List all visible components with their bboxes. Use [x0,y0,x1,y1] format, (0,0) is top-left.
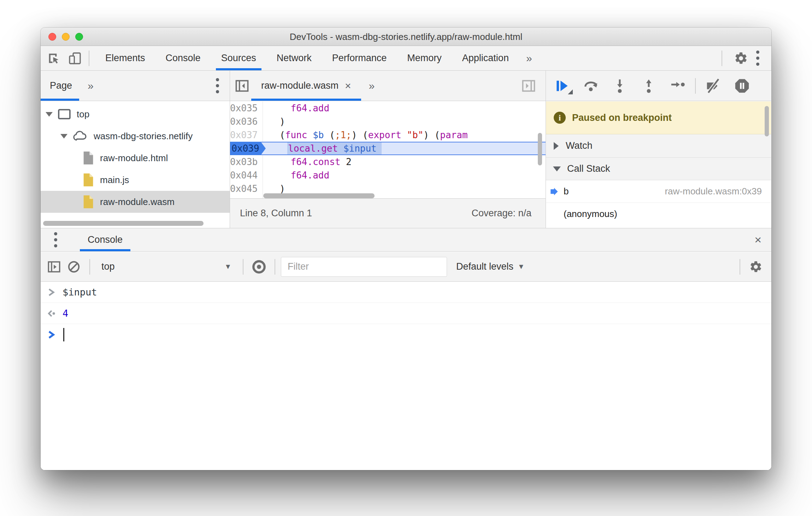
tree-item-raw-module-wasm[interactable]: raw-module.wasm [41,191,230,213]
tab-application[interactable]: Application [452,46,519,70]
code-editor[interactable]: 0x035 f64.add0x036 )0x037 (func $b (;1;)… [230,101,546,198]
call-stack-frame[interactable]: braw-module.wasm:0x39 [546,180,771,203]
tab-network[interactable]: Network [266,46,322,70]
editor-tab-raw-module-wasm[interactable]: raw-module.wasm × [251,71,361,101]
console-toolbar-divider [740,259,740,275]
step-into-icon[interactable] [605,75,634,96]
titlebar: DevTools - wasm-dbg-stories.netlify.app/… [41,28,771,46]
frame-name: (anonymous) [564,209,617,219]
watch-section-header[interactable]: Watch [546,134,771,158]
coverage-status: Coverage: n/a [471,208,531,219]
live-expression-eye-icon[interactable] [249,257,269,277]
chevron-right-icon [554,142,559,150]
gutter-address[interactable]: 0x039 [230,142,260,155]
inspect-element-icon[interactable] [46,50,62,66]
watch-label: Watch [566,140,593,151]
step-out-icon[interactable] [634,75,663,96]
console-prompt-row[interactable] [41,324,771,345]
close-drawer-icon[interactable]: × [754,233,761,247]
console-input-chevron-icon [41,287,63,297]
info-icon: i [554,112,566,124]
gutter-address[interactable]: 0x037 [230,128,263,142]
editor-horizontal-scrollbar[interactable] [263,193,375,198]
window-title: DevTools - wasm-dbg-stories.netlify.app/… [41,28,771,46]
frame-name: b [564,186,569,197]
sources-panel: Page » topwasm-dbg-stories.netlifyraw-mo… [41,71,771,228]
tree-item-top[interactable]: top [41,103,230,125]
console-prompt-chevron-icon [41,330,63,340]
screenshot-stage: { "window": { "title": "DevTools - wasm-… [0,0,812,516]
gutter-address[interactable]: 0x03b [230,155,263,169]
editor-vertical-scrollbar[interactable] [538,133,542,165]
tab-memory[interactable]: Memory [397,46,452,70]
navigator-menu-kebab-icon[interactable] [212,78,223,93]
pause-on-exceptions-icon[interactable] [728,75,757,96]
context-selector[interactable]: top ▼ [96,261,237,272]
console-settings-gear-icon[interactable] [746,257,766,277]
console-input-row[interactable]: $input [41,282,771,303]
tab-elements[interactable]: Elements [95,46,155,70]
paused-message: Paused on breakpoint [572,112,672,123]
tab-page[interactable]: Page [41,71,81,101]
code-line-0x036[interactable]: 0x036 ) [230,115,546,128]
gutter-address[interactable]: 0x046 [230,195,263,198]
step-over-icon[interactable] [576,75,605,96]
toggle-device-toolbar-icon[interactable] [67,50,83,66]
hide-navigator-icon[interactable] [233,77,251,95]
deactivate-breakpoints-icon[interactable] [699,75,728,96]
text-cursor [63,328,64,341]
hide-debugger-icon[interactable] [519,77,538,95]
tree-expand-caret-icon[interactable] [60,134,67,139]
code-line-text: f64.const 2 [263,155,546,169]
navigator-header: Page » [41,71,230,101]
tab-console[interactable]: Console [155,46,211,70]
log-levels-value: Default levels [456,261,513,272]
file-yellow-icon [82,173,94,187]
tree-item-raw-module-html[interactable]: raw-module.html [41,147,230,169]
console-result-row[interactable]: 4 [41,303,771,324]
code-line-0x03b[interactable]: 0x03b f64.const 2 [230,155,546,169]
drawer-menu-kebab-icon[interactable] [51,232,61,247]
step-icon[interactable] [663,75,692,96]
console-drawer: Console × top ▼ Default levels ▼ [41,228,771,470]
tree-item-main-js[interactable]: main.js [41,169,230,191]
gutter-address[interactable]: 0x036 [230,115,263,128]
tab-performance[interactable]: Performance [322,46,397,70]
debugger-vertical-scrollbar[interactable] [765,106,769,136]
active-frame-arrow-icon [546,187,562,196]
close-tab-icon[interactable]: × [345,80,351,92]
code-line-text: f64.add [263,101,546,115]
tree-item-wasm-dbg-stories-netlify[interactable]: wasm-dbg-stories.netlify [41,125,230,147]
gutter-address[interactable]: 0x035 [230,101,263,115]
show-console-sidebar-icon[interactable] [44,257,64,277]
console-messages[interactable]: $input4 [41,282,771,470]
clear-console-icon[interactable] [64,257,84,277]
navigator-more-tabs-button[interactable]: » [81,80,100,92]
code-line-0x037[interactable]: 0x037 (func $b (;1;) (export "b") (param [230,128,546,142]
call-stack-label: Call Stack [567,163,610,174]
filter-input[interactable] [281,257,447,277]
tree-expand-caret-icon[interactable] [46,112,53,117]
tab-sources[interactable]: Sources [211,46,266,70]
more-panels-button[interactable]: » [519,52,539,64]
code-line-0x035[interactable]: 0x035 f64.add [230,101,546,115]
call-stack-frame[interactable]: raw-module.html:9 [546,224,771,228]
settings-gear-icon[interactable] [733,50,749,66]
file-tree: topwasm-dbg-stories.netlifyraw-module.ht… [41,103,230,213]
code-line-0x044[interactable]: 0x044 f64.add [230,169,546,182]
gutter-address[interactable]: 0x044 [230,169,263,182]
code-line-0x039[interactable]: 0x039 local.get $input [230,142,546,155]
call-stack-frame[interactable]: (anonymous) [546,203,771,225]
editor-more-tabs-button[interactable]: » [361,80,383,92]
code-line-text: local.get $input [260,142,546,155]
console-result-text: 4 [63,308,68,319]
main-menu-kebab-icon[interactable] [753,51,763,66]
call-stack-section-header[interactable]: Call Stack [546,158,771,180]
console-toolbar: top ▼ Default levels ▼ [41,252,771,282]
tab-console-drawer[interactable]: Console [77,228,133,251]
resume-script-icon[interactable] [547,75,576,96]
log-levels-dropdown[interactable]: Default levels ▼ [456,261,525,272]
console-toolbar-divider [243,259,243,275]
gutter-address[interactable]: 0x045 [230,182,263,195]
sidebar-horizontal-scrollbar[interactable] [43,221,204,226]
